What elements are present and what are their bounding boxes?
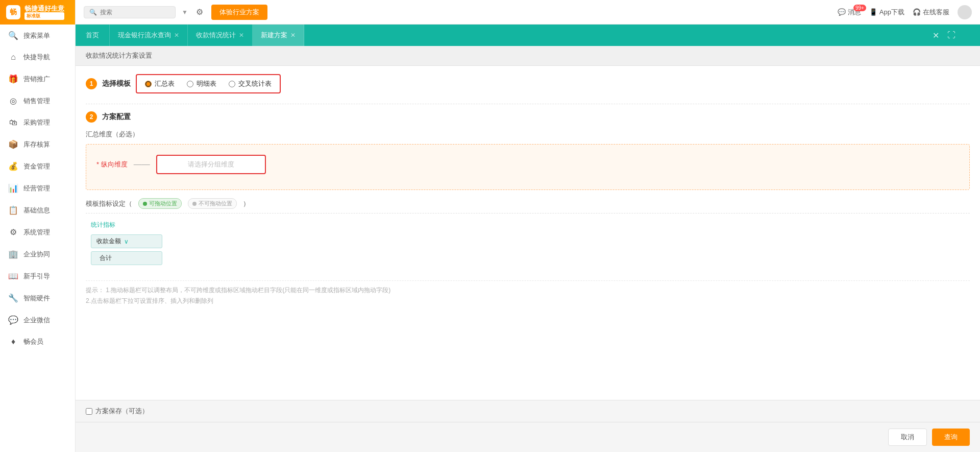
- metrics-subtag-total: 合计: [91, 251, 162, 265]
- save-checkbox-label[interactable]: 方案保存（可选）: [86, 407, 149, 416]
- app-download-item[interactable]: 📱 App下载: [869, 8, 904, 17]
- sidebar-item-label: 企业微信: [23, 316, 50, 325]
- logo-icon: 畅: [6, 5, 20, 19]
- step1-section: 1 选择模板 汇总表 明细表 交叉统计表: [86, 74, 970, 93]
- step1-title: 选择模板: [102, 79, 131, 88]
- sidebar-item-corp-wechat[interactable]: 💬 企业微信: [0, 309, 75, 331]
- basic-info-icon: 📋: [8, 205, 18, 215]
- main-area: 🔍 ▼ ⚙ 体验行业方案 💬 消息 99+ 📱 App下载 🎧 在线客服: [76, 0, 980, 452]
- headset-icon: 🎧: [913, 8, 921, 16]
- radio-summary[interactable]: 汇总表: [145, 79, 175, 88]
- metrics-header: 模板指标设定（ 可拖动位置 不可拖动位置 ）: [86, 198, 970, 213]
- radio-detail[interactable]: 明细表: [187, 79, 216, 88]
- tab-receipt-stat[interactable]: 收款情况统计 ✕: [188, 25, 253, 46]
- sidebar-item-label: 企业协同: [23, 250, 50, 259]
- non-draggable-badge: 不可拖动位置: [188, 198, 237, 209]
- step2-title: 方案配置: [102, 112, 131, 122]
- metrics-tag-amount[interactable]: 收款金额 ∨: [91, 234, 162, 248]
- sidebar-item-operation[interactable]: 📊 经营管理: [0, 177, 75, 199]
- notification-item[interactable]: 💬 消息 99+: [838, 8, 861, 17]
- metrics-tags-container: 收款金额 ∨ 合计: [91, 234, 162, 265]
- search-menu-icon: 🔍: [8, 31, 18, 40]
- gear-icon[interactable]: ⚙: [194, 5, 205, 19]
- operation-icon: 📊: [8, 183, 18, 193]
- sidebar-nav: 🔍 搜索菜单 ⌂ 快捷导航 🎁 营销推广 ◎ 销售管理 🛍 采购管理 📦 库存核…: [0, 25, 75, 452]
- close-window-icon[interactable]: ✕: [930, 31, 941, 40]
- dimension-select-button[interactable]: 请选择分组维度: [156, 155, 266, 174]
- radio-detail-label: 明细表: [197, 79, 216, 88]
- metrics-label-close: ）: [243, 199, 250, 208]
- sidebar-item-sales[interactable]: ◎ 销售管理: [0, 90, 75, 112]
- sidebar-item-label: 系统管理: [23, 228, 50, 237]
- sidebar-item-label: 快捷导航: [23, 53, 50, 62]
- online-service-item[interactable]: 🎧 在线客服: [913, 8, 949, 17]
- tab-cash-query-close[interactable]: ✕: [174, 32, 179, 39]
- sidebar-item-label: 新手引导: [23, 272, 50, 281]
- sidebar-item-system[interactable]: ⚙ 系统管理: [0, 221, 75, 243]
- quick-nav-icon: ⌂: [8, 53, 18, 62]
- green-dot-icon: [143, 202, 147, 206]
- dimension-config-label: 汇总维度（必选）: [86, 130, 970, 139]
- sidebar-item-label: 资金管理: [23, 162, 50, 171]
- tab-new-plan-close[interactable]: ✕: [290, 32, 296, 39]
- radio-summary-input[interactable]: [145, 81, 152, 87]
- search-input[interactable]: [100, 9, 170, 16]
- tab-new-plan[interactable]: 新建方案 ✕: [253, 25, 304, 46]
- query-button[interactable]: 查询: [932, 429, 970, 446]
- corp-wechat-icon: 💬: [8, 315, 18, 325]
- tag-dropdown-icon[interactable]: ∨: [124, 238, 129, 245]
- sidebar-item-label: 畅会员: [23, 337, 43, 346]
- sidebar-item-finance[interactable]: 💰 资金管理: [0, 155, 75, 177]
- hint-1: 提示： 1.拖动标题栏可以调整布局，不可跨维度或指标区域拖动栏目字段(只能在同一…: [86, 286, 970, 295]
- sidebar-item-label: 采购管理: [23, 118, 50, 127]
- tab-new-plan-label: 新建方案: [261, 31, 287, 40]
- sidebar-item-smart-hw[interactable]: 🔧 智能硬件: [0, 287, 75, 309]
- avatar[interactable]: [958, 5, 972, 19]
- draggable-badge: 可拖动位置: [138, 198, 182, 209]
- tab-cash-query[interactable]: 现金银行流水查询 ✕: [110, 25, 188, 46]
- step1-badge: 1: [86, 78, 97, 89]
- arrow-icon: ——: [134, 160, 150, 169]
- sidebar-item-label: 搜索菜单: [23, 31, 50, 40]
- search-icon: 🔍: [89, 9, 97, 16]
- inventory-icon: 📦: [8, 139, 18, 149]
- sidebar-item-newbie[interactable]: 📖 新手引导: [0, 265, 75, 287]
- tab-home[interactable]: 首页: [76, 25, 110, 46]
- sidebar-item-marketing[interactable]: 🎁 营销推广: [0, 68, 75, 90]
- tabbar-actions: ✕ ⛶: [930, 31, 960, 40]
- sidebar-item-inventory[interactable]: 📦 库存核算: [0, 133, 75, 155]
- stat-label: 统计指标: [91, 219, 970, 231]
- cancel-button[interactable]: 取消: [888, 429, 927, 446]
- tab-receipt-stat-close[interactable]: ✕: [239, 32, 244, 39]
- metrics-table-area: 统计指标 收款金额 ∨ 合计: [86, 219, 970, 270]
- sidebar-item-corp-collab[interactable]: 🏢 企业协同: [0, 243, 75, 265]
- sidebar: 畅 畅捷通好生意 标准版 🔍 搜索菜单 ⌂ 快捷导航 🎁 营销推广 ◎ 销售管理…: [0, 0, 76, 452]
- sidebar-item-vip[interactable]: ♦ 畅会员: [0, 331, 75, 352]
- radio-summary-label: 汇总表: [155, 79, 175, 88]
- vip-icon: ♦: [8, 337, 18, 346]
- search-box[interactable]: 🔍: [84, 6, 176, 18]
- marketing-icon: 🎁: [8, 74, 18, 84]
- topbar: 🔍 ▼ ⚙ 体验行业方案 💬 消息 99+ 📱 App下载 🎧 在线客服: [76, 0, 980, 25]
- sidebar-item-quick-nav[interactable]: ⌂ 快捷导航: [0, 46, 75, 68]
- sidebar-item-label: 营销推广: [23, 75, 50, 84]
- logo-badge: 标准版: [24, 12, 64, 20]
- app-icon: 📱: [869, 8, 877, 16]
- dimension-row: * 纵向维度 —— 请选择分组维度: [96, 155, 959, 174]
- sidebar-item-search-menu[interactable]: 🔍 搜索菜单: [0, 25, 75, 46]
- tab-cash-query-label: 现金银行流水查询: [118, 31, 171, 40]
- trial-button[interactable]: 体验行业方案: [211, 5, 267, 20]
- step2-section: 2 方案配置 汇总维度（必选） * 纵向维度 —— 请选择分组维度: [86, 111, 970, 305]
- radio-crosstab[interactable]: 交叉统计表: [229, 79, 272, 88]
- radio-detail-input[interactable]: [187, 81, 193, 87]
- template-options: 汇总表 明细表 交叉统计表: [136, 74, 281, 93]
- save-checkbox-input[interactable]: [86, 408, 92, 415]
- footer-bar: 取消 查询: [76, 422, 980, 452]
- chevron-down-icon[interactable]: ▼: [182, 9, 188, 16]
- radio-crosstab-input[interactable]: [229, 81, 235, 87]
- expand-icon[interactable]: ⛶: [945, 31, 958, 40]
- logo-name: 畅捷通好生意: [24, 5, 64, 13]
- hint-section: 提示： 1.拖动标题栏可以调整布局，不可跨维度或指标区域拖动栏目字段(只能在同一…: [86, 280, 970, 305]
- sidebar-item-basic-info[interactable]: 📋 基础信息: [0, 199, 75, 221]
- sidebar-item-purchase[interactable]: 🛍 采购管理: [0, 112, 75, 133]
